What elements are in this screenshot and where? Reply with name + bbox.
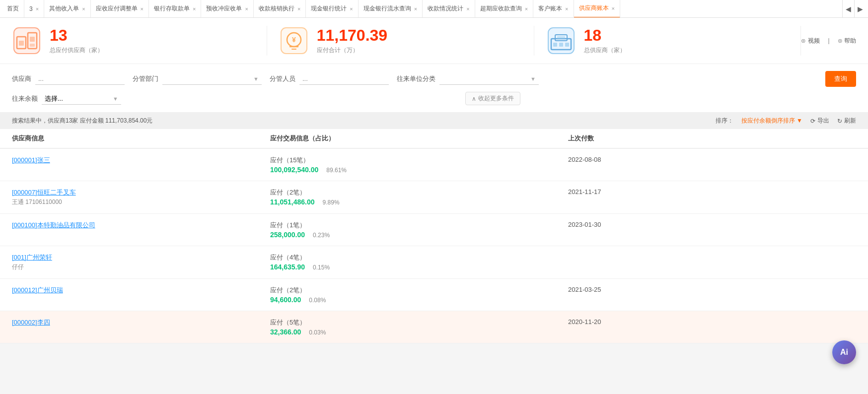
balance-select[interactable]: 选择...: [42, 93, 121, 105]
total-suppliers-number: 18: [584, 27, 626, 44]
nav-tab-supplier-ledger[interactable]: 供应商账本 ×: [574, 0, 620, 18]
supplier-info-cell: [000007]恒旺二手叉车王通 17106110000: [12, 188, 270, 206]
summary-bar: 13 总应付供应商（家） ¥ 11,170.39 应付合计（万）: [0, 18, 868, 64]
supplier-link[interactable]: [000002]李四: [12, 319, 50, 326]
supplier-link[interactable]: [000001]张三: [12, 156, 50, 164]
tx-row: 32,366.000.03%: [270, 327, 568, 336]
header-last-pay: 上次付数: [568, 134, 856, 143]
close-icon[interactable]: ×: [36, 6, 39, 12]
close-icon[interactable]: ×: [565, 6, 568, 12]
payable-total-number: 11,170.39: [317, 27, 387, 44]
close-icon[interactable]: ×: [141, 6, 144, 12]
nav-tab-receipt-verify[interactable]: 收款核销执行 ×: [254, 0, 306, 18]
close-icon[interactable]: ×: [245, 6, 248, 12]
person-input[interactable]: [299, 73, 389, 85]
svg-rect-14: [553, 43, 557, 47]
tx-amount[interactable]: 94,600.00: [270, 296, 301, 304]
nav-tab-other-income[interactable]: 其他收入单 ×: [44, 0, 90, 18]
close-icon[interactable]: ×: [82, 6, 85, 12]
header-supplier: 供应商信息: [12, 134, 270, 143]
right-actions: 排序： 按应付余额倒序排序 ▼ ⟳ 导出 ↻ 刷新: [716, 117, 856, 125]
dept-label: 分管部门: [133, 74, 158, 83]
nav-tab-cash-bank-flow[interactable]: 现金银行流水查询 ×: [359, 0, 423, 18]
dept-select[interactable]: [162, 73, 262, 85]
nav-tab-ar-ap-adjust[interactable]: 应收应付调整单 ×: [91, 0, 149, 18]
transaction-cell: 应付（5笔）32,366.000.03%: [270, 318, 568, 336]
payable-suppliers-icon: [12, 26, 42, 56]
close-icon[interactable]: ×: [525, 6, 528, 12]
nav-prev-arrow[interactable]: ◀: [842, 0, 854, 18]
transaction-cell: 应付（2笔）11,051,486.009.89%: [270, 188, 568, 206]
supplier-link[interactable]: [000100]本特勤油品有限公司: [12, 221, 95, 229]
filter-unit-class: 往来单位分类 ▼: [397, 73, 539, 85]
close-icon[interactable]: ×: [297, 6, 300, 12]
transaction-cell: 应付（4笔）164,635.900.15%: [270, 253, 568, 271]
tx-amount[interactable]: 258,000.00: [270, 231, 305, 239]
tx-label: 应付（2笔）: [270, 188, 568, 197]
tx-pct: 9.89%: [323, 199, 340, 206]
table-header: 供应商信息 应付交易信息（占比） 上次付数: [0, 129, 868, 149]
nav-tab-customer-ledger[interactable]: 客户账本 ×: [533, 0, 574, 18]
supplier-link[interactable]: [001]广州荣轩: [12, 254, 52, 261]
last-pay-date: 2023-01-30: [568, 221, 601, 228]
supplier-info-cell: [000002]李四: [12, 318, 270, 327]
tx-amount[interactable]: 164,635.90: [270, 263, 305, 271]
unit-class-select-wrap: ▼: [439, 73, 539, 85]
supplier-link[interactable]: [000007]恒旺二手叉车: [12, 189, 76, 196]
transaction-cell: 应付（1笔）258,000.000.23%: [270, 221, 568, 239]
supplier-info-cell: [000100]本特勤油品有限公司: [12, 221, 270, 230]
tx-pct: 89.61%: [326, 167, 347, 174]
help-link[interactable]: ⊙ 帮助: [838, 37, 856, 45]
summary-card-payable-suppliers: 13 总应付供应商（家）: [12, 26, 267, 56]
close-icon[interactable]: ×: [414, 6, 417, 12]
nav-tab-prepay-offset[interactable]: 预收冲应收单 ×: [201, 0, 253, 18]
header-transaction: 应付交易信息（占比）: [270, 134, 568, 143]
balance-label: 往来余额: [12, 94, 38, 103]
unit-class-select[interactable]: [439, 73, 539, 85]
tx-amount[interactable]: 11,051,486.00: [270, 198, 315, 206]
payable-total-label: 应付合计（万）: [317, 46, 387, 55]
export-icon: ⟳: [810, 118, 815, 125]
nav-tab-home[interactable]: 首页: [2, 0, 24, 18]
filter-dept: 分管部门 ▼: [133, 73, 262, 85]
last-pay-cell: 2022-08-08: [568, 156, 856, 163]
svg-rect-15: [559, 43, 563, 47]
supplier-info-cell: [000012]广州贝瑞: [12, 286, 270, 295]
payable-total-info: 11,170.39 应付合计（万）: [317, 27, 387, 55]
table-row: [000100]本特勤油品有限公司应付（1笔）258,000.000.23%20…: [0, 214, 868, 246]
last-pay-date: 2020-11-20: [568, 318, 601, 326]
tx-label: 应付（15笔）: [270, 156, 568, 165]
tx-amount[interactable]: 100,092,540.00: [270, 166, 318, 174]
close-icon[interactable]: ×: [466, 6, 469, 12]
transaction-cell: 应付（15笔）100,092,540.0089.61%: [270, 156, 568, 174]
collapse-button[interactable]: ∧ 收起更多条件: [465, 92, 520, 105]
nav-next-arrow[interactable]: ▶: [854, 0, 866, 18]
tx-row: 258,000.000.23%: [270, 230, 568, 239]
tx-amount[interactable]: 32,366.00: [270, 328, 301, 336]
search-button[interactable]: 查询: [825, 71, 856, 87]
svg-rect-0: [14, 28, 40, 54]
supplier-link[interactable]: [000012]广州贝瑞: [12, 286, 63, 294]
nav-tab-3[interactable]: 3 ×: [24, 0, 44, 18]
nav-tab-receipt-stat[interactable]: 收款情况统计 ×: [423, 0, 475, 18]
nav-tab-cash-bank-stat[interactable]: 现金银行统计 ×: [306, 0, 358, 18]
close-icon[interactable]: ×: [612, 5, 615, 11]
refresh-button[interactable]: ↻ 刷新: [837, 117, 856, 125]
filter-area: 供应商 分管部门 ▼ 分管人员 往来单位分类 ▼: [0, 64, 868, 113]
nav-tab-overdue-ar[interactable]: 超期应收款查询 ×: [475, 0, 533, 18]
sort-prefix: 排序：: [716, 117, 733, 125]
close-icon[interactable]: ×: [350, 6, 353, 12]
total-suppliers-icon: [546, 26, 576, 56]
payable-suppliers-label: 总应付供应商（家）: [50, 46, 103, 55]
table-row: [000002]李四应付（5笔）32,366.000.03%2020-11-20: [0, 311, 868, 343]
supplier-sub-info: 仔仔: [12, 263, 270, 271]
refresh-icon: ↻: [837, 118, 842, 125]
last-pay-date: 2021-03-25: [568, 286, 601, 293]
export-button[interactable]: ⟳ 导出: [810, 117, 829, 125]
supplier-input[interactable]: [35, 73, 125, 85]
close-icon[interactable]: ×: [193, 6, 196, 12]
tx-label: 应付（4笔）: [270, 253, 568, 262]
nav-tab-bank-deposit[interactable]: 银行存取款单 ×: [149, 0, 201, 18]
video-link[interactable]: ⊙ 视频: [801, 37, 819, 45]
sort-value[interactable]: 按应付余额倒序排序 ▼: [741, 117, 802, 125]
